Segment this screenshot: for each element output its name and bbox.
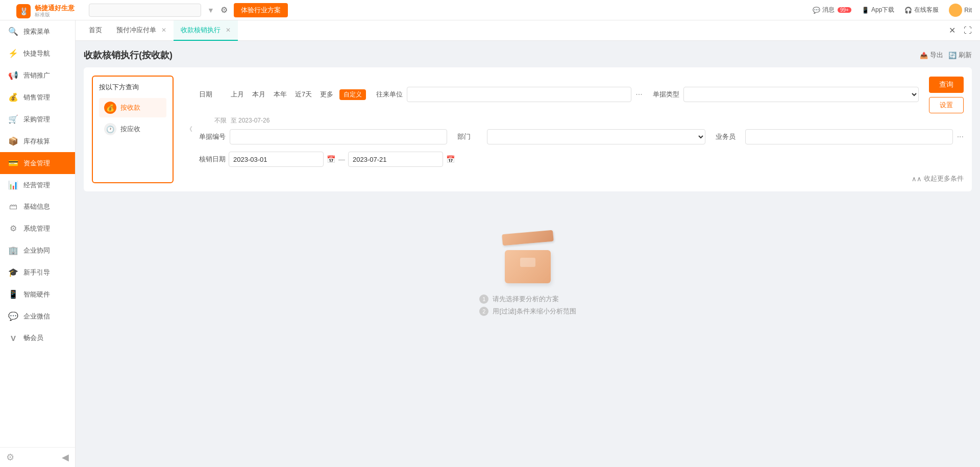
tab-bar-actions: ✕ ⛶ [947, 23, 974, 37]
brand-name: 畅捷通好生意 [35, 4, 75, 12]
marketing-icon: 📢 [8, 70, 18, 80]
tab-writeoff[interactable]: 收款核销执行 ✕ [174, 20, 238, 41]
sidebar-item-label: 畅会员 [23, 333, 43, 342]
enterprise-icon: 🏢 [8, 245, 18, 255]
search-type-title: 按以下方查询 [99, 83, 166, 92]
tab-prepaid-close[interactable]: ✕ [161, 27, 166, 34]
smart-hw-icon: 📱 [8, 289, 18, 299]
search-type-by-receivable[interactable]: 🕐 按应收 [99, 119, 166, 139]
query-button[interactable]: 查询 [929, 77, 964, 93]
export-button[interactable]: 📤 导出 [920, 51, 943, 60]
tab-close-all-button[interactable]: ✕ [947, 23, 958, 37]
sidebar-item-marketing[interactable]: 📢 营销推广 [0, 64, 75, 86]
sidebar-item-search-menu[interactable]: 🔍 搜索菜单 [0, 20, 75, 42]
sidebar-item-ops[interactable]: 📊 经营管理 [0, 174, 75, 196]
sidebar-item-basic[interactable]: 🗃 基础信息 [0, 196, 75, 217]
writeoff-to-calendar-icon[interactable]: 📅 [446, 155, 455, 163]
hint-num-1: 1 [479, 294, 488, 304]
sidebar-item-label: 快捷导航 [23, 49, 50, 58]
main-layout: 🔍 搜索菜单 ⚡ 快捷导航 📢 营销推广 💰 销售管理 🛒 采购管理 📦 库存核… [0, 20, 980, 467]
top-search-input[interactable] [89, 4, 201, 17]
writeoff-from-calendar-icon[interactable]: 📅 [327, 155, 335, 163]
sidebar-item-capital[interactable]: 💳 资金管理 [0, 152, 75, 174]
sidebar-item-sales[interactable]: 💰 销售管理 [0, 86, 75, 108]
counterparty-field: 往来单位 ··· [376, 87, 642, 102]
writeoff-date-to-input[interactable] [348, 152, 443, 167]
doc-type-select[interactable] [683, 87, 919, 102]
action-buttons: 查询 设置 [929, 77, 964, 113]
sidebar-item-beginner[interactable]: 🎓 新手引导 [0, 261, 75, 283]
sidebar-collapse-icon[interactable]: ◀ [62, 452, 69, 463]
industry-solution-button[interactable]: 体验行业方案 [234, 3, 288, 17]
empty-hint-2: 2 用[过滤]条件来缩小分析范围 [479, 307, 576, 316]
page-content: 收款核销执行(按收款) 📤 导出 🔄 刷新 按以下方查询 [76, 41, 980, 467]
last-month-btn[interactable]: 上月 [229, 89, 246, 100]
doc-no-field: 单据编号 [199, 129, 447, 144]
sidebar-item-smart-hw[interactable]: 📱 智能硬件 [0, 283, 75, 305]
sidebar-item-member[interactable]: V 畅会员 [0, 327, 75, 349]
settings-button[interactable]: 设置 [929, 97, 964, 113]
page-title: 收款核销执行(按收款) [84, 49, 173, 61]
date-to-text: 至 2023-07-26 [231, 117, 270, 124]
doc-no-label: 单据编号 [199, 132, 226, 141]
tab-writeoff-close[interactable]: ✕ [226, 27, 231, 34]
panel-collapse-button[interactable]: 《 [184, 117, 195, 142]
sidebar-settings-icon[interactable]: ⚙ [6, 452, 14, 463]
empty-hint-1: 1 请先选择要分析的方案 [479, 294, 559, 304]
tab-maximize-button[interactable]: ⛶ [962, 24, 974, 37]
search-type-by-receipt[interactable]: 💰 按收款 [99, 98, 166, 117]
tab-prepaid[interactable]: 预付冲应付单 ✕ [109, 20, 174, 41]
last-7days-btn[interactable]: 近7天 [293, 89, 314, 100]
app-download-button[interactable]: 📱 App下载 [862, 6, 894, 14]
salesperson-input[interactable] [745, 129, 953, 144]
sidebar-item-system[interactable]: ⚙ 系统管理 [0, 217, 75, 239]
sidebar: 🔍 搜索菜单 ⚡ 快捷导航 📢 营销推广 💰 销售管理 🛒 采购管理 📦 库存核… [0, 20, 76, 467]
inventory-icon: 📦 [8, 136, 18, 146]
empty-state: 1 请先选择要分析的方案 2 用[过滤]条件来缩小分析范围 [84, 191, 972, 357]
date-unlimited-row: 不限 至 2023-07-26 [214, 116, 964, 125]
tab-home[interactable]: 首页 [82, 20, 109, 41]
sidebar-item-purchase[interactable]: 🛒 采购管理 [0, 108, 75, 130]
download-icon: 📱 [862, 7, 869, 14]
brand-logo-icon: 🐰 [16, 4, 31, 18]
date-unlimited-text: 不限 [214, 117, 227, 124]
counterparty-input[interactable] [407, 87, 631, 102]
dept-select[interactable] [487, 129, 705, 144]
header-right: 💬 消息 99+ 📱 App下载 🎧 在线客服 Rit [813, 4, 972, 17]
sidebar-item-label: 库存核算 [23, 137, 50, 146]
settings-gear-button[interactable]: ⚙ [220, 5, 228, 15]
sidebar-item-inventory[interactable]: 📦 库存核算 [0, 130, 75, 152]
by-receivable-icon: 🕐 [104, 123, 116, 135]
sidebar-item-label: 新手引导 [23, 268, 50, 277]
writeoff-date-field: 核销日期 📅 — 📅 [199, 152, 413, 167]
more-date-btn[interactable]: 更多 [318, 89, 335, 100]
salesperson-more-icon[interactable]: ··· [957, 132, 964, 141]
date-range-separator: — [338, 156, 345, 163]
sidebar-bottom: ⚙ ◀ [0, 447, 75, 467]
tab-writeoff-label: 收款核销执行 [181, 26, 220, 35]
by-receipt-icon: 💰 [104, 102, 116, 114]
this-year-btn[interactable]: 本年 [272, 89, 289, 100]
sidebar-item-enterprise[interactable]: 🏢 企业协同 [0, 239, 75, 261]
writeoff-date-from-input[interactable] [229, 152, 324, 167]
collapse-more-button[interactable]: ∧∧ 收起更多条件 [912, 174, 964, 183]
sidebar-item-quick-nav[interactable]: ⚡ 快捷导航 [0, 42, 75, 64]
sidebar-item-label: 企业协同 [23, 246, 50, 255]
user-profile[interactable]: Rit [949, 4, 972, 17]
counterparty-more-icon[interactable]: ··· [635, 90, 642, 99]
online-service-button[interactable]: 🎧 在线客服 [904, 6, 939, 14]
collapse-chevron-icon: 《 [186, 125, 192, 134]
refresh-button[interactable]: 🔄 刷新 [948, 51, 972, 60]
messages-button[interactable]: 💬 消息 99+ [813, 6, 851, 14]
quick-nav-icon: ⚡ [8, 48, 18, 58]
sidebar-item-ent-wechat[interactable]: 💬 企业微信 [0, 305, 75, 327]
doc-type-label: 单据类型 [653, 90, 679, 99]
salesperson-field: 业务员 ··· [716, 129, 964, 144]
sidebar-item-label: 系统管理 [23, 224, 50, 233]
counterparty-label: 往来单位 [376, 90, 403, 99]
page-actions: 📤 导出 🔄 刷新 [920, 51, 972, 60]
by-receipt-label: 按收款 [120, 103, 140, 112]
doc-no-input[interactable] [230, 129, 447, 144]
this-month-btn[interactable]: 本月 [250, 89, 267, 100]
search-dropdown-icon[interactable]: ▼ [207, 6, 214, 14]
